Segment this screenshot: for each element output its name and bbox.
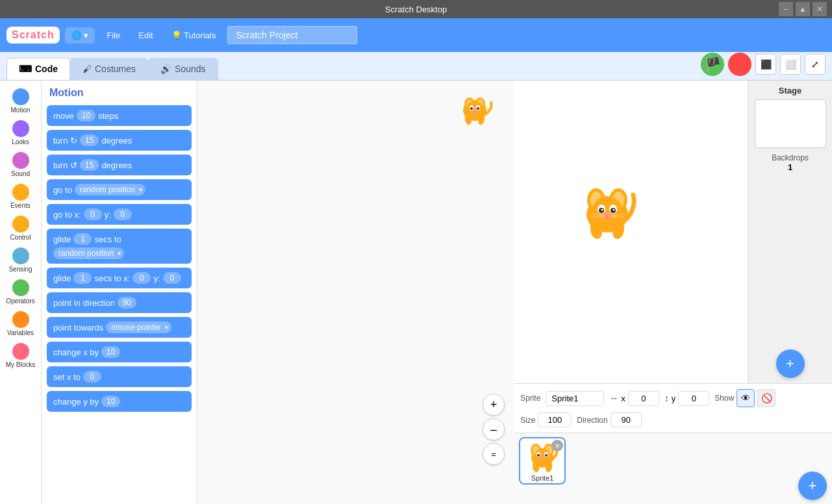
block-turn-cw[interactable]: turn ↻ 15 degrees xyxy=(47,130,192,151)
topnav: Scratch 🌐 ▾ File Edit 💡 Tutorials xyxy=(0,18,832,52)
operators-label: Operators xyxy=(6,297,34,305)
block-goto[interactable]: go to random position xyxy=(47,179,192,200)
category-looks[interactable]: Looks xyxy=(2,118,40,148)
myblocks-dot xyxy=(12,343,29,360)
small-stage-button[interactable]: ⬛ xyxy=(755,54,776,75)
svg-point-41 xyxy=(545,454,548,457)
sensing-dot xyxy=(12,247,29,264)
block-goto-xy[interactable]: go to x: 0 y: 0 xyxy=(47,204,192,225)
titlebar-controls: – ▲ ✕ xyxy=(779,2,827,16)
edit-menu-button[interactable]: Edit xyxy=(132,27,159,44)
blocks-panel-title: Motion xyxy=(47,87,192,99)
events-dot xyxy=(12,184,29,201)
category-myblocks[interactable]: My Blocks xyxy=(2,340,40,371)
green-flag-button[interactable]: 🏴 xyxy=(701,53,724,76)
zoom-in-button[interactable]: + xyxy=(483,394,505,416)
category-sensing[interactable]: Sensing xyxy=(2,245,40,275)
block-glide-to[interactable]: glide 1 secs to random position xyxy=(47,229,192,264)
show-group: Show 👁 🚫 xyxy=(714,389,775,407)
variables-label: Variables xyxy=(7,329,34,336)
tab-costumes[interactable]: 🖌 Costumes xyxy=(70,58,148,80)
stage-controls: 🏴 ⬛ ⬜ ⤢ xyxy=(701,53,826,76)
show-label: Show xyxy=(714,394,734,403)
svg-point-8 xyxy=(470,107,473,110)
block-change-x[interactable]: change x by 10 xyxy=(47,342,192,362)
size-input[interactable] xyxy=(538,412,572,427)
svg-point-23 xyxy=(601,208,603,210)
category-events[interactable]: Events xyxy=(2,181,40,212)
close-button[interactable]: ✕ xyxy=(813,2,827,16)
block-move[interactable]: move 10 steps xyxy=(47,105,192,126)
block-point-towards[interactable]: point towards mouse-pointer xyxy=(47,317,192,338)
tutorials-button[interactable]: 💡 Tutorials xyxy=(165,27,223,44)
stage-cat-sprite xyxy=(572,175,643,240)
sprite-name-input[interactable] xyxy=(546,391,604,406)
zoom-fit-button[interactable]: = xyxy=(483,443,505,465)
maximize-button[interactable]: ▲ xyxy=(796,2,810,16)
y-arrow-icon: ↕ xyxy=(664,393,669,403)
looks-label: Looks xyxy=(12,138,29,145)
stage-panel-title: Stage xyxy=(779,86,801,95)
block-set-x[interactable]: set x to 0 xyxy=(47,366,192,387)
direction-group: Direction xyxy=(577,412,641,427)
project-name-input[interactable] xyxy=(227,26,357,44)
tab-sounds[interactable]: 🔊 Sounds xyxy=(148,58,218,80)
category-motion[interactable]: Motion xyxy=(2,86,40,116)
tab-code[interactable]: ⌨ Code xyxy=(6,58,70,80)
sprite-delete-button[interactable]: ✕ xyxy=(551,440,563,451)
sprite-card-sprite1[interactable]: ✕ Sprite1 xyxy=(519,437,566,485)
add-sprite-button[interactable]: + xyxy=(798,472,827,500)
operators-dot xyxy=(12,279,29,296)
variables-dot xyxy=(12,311,29,328)
block-point-direction[interactable]: point in direction 90 xyxy=(47,292,192,313)
blocks-panel: Motion move 10 steps turn ↻ 15 degrees t… xyxy=(42,81,197,504)
category-operators[interactable]: Operators xyxy=(2,277,40,307)
category-variables[interactable]: Variables xyxy=(2,309,40,339)
y-input[interactable] xyxy=(678,391,709,406)
code-icon: ⌨ xyxy=(19,64,32,74)
titlebar: Scratch Desktop – ▲ ✕ xyxy=(0,0,832,18)
minimize-button[interactable]: – xyxy=(779,2,793,16)
looks-dot xyxy=(12,120,29,137)
script-area[interactable]: + – = xyxy=(197,81,514,504)
svg-point-42 xyxy=(540,457,544,460)
show-visible-button[interactable]: 👁 xyxy=(737,389,755,407)
block-turn-ccw[interactable]: turn ↺ 15 degrees xyxy=(47,155,192,175)
main-area: Motion Looks Sound Events Control Sensin… xyxy=(0,81,832,504)
language-button[interactable]: 🌐 ▾ xyxy=(65,27,95,44)
x-arrow-icon: ↔ xyxy=(609,393,618,403)
stage-canvas xyxy=(514,81,748,383)
sprite-card-name: Sprite1 xyxy=(520,474,564,482)
sprite-label: Sprite xyxy=(520,394,540,403)
category-control[interactable]: Control xyxy=(2,213,40,244)
show-hidden-button[interactable]: 🚫 xyxy=(757,389,775,407)
add-backdrop-button[interactable]: + xyxy=(776,349,805,378)
svg-point-24 xyxy=(613,208,615,210)
block-change-y[interactable]: change y by 10 xyxy=(47,391,192,412)
scratch-logo: Scratch xyxy=(6,27,60,44)
zoom-out-button[interactable]: – xyxy=(483,418,505,440)
category-sidebar: Motion Looks Sound Events Control Sensin… xyxy=(0,81,42,504)
file-menu-button[interactable]: File xyxy=(100,27,127,44)
svg-point-40 xyxy=(537,454,540,457)
block-glide-xy[interactable]: glide 1 secs to x: 0 y: 0 xyxy=(47,268,192,288)
titlebar-title: Scratch Desktop xyxy=(385,5,447,14)
tabbar: ⌨ Code 🖌 Costumes 🔊 Sounds 🏴 ⬛ ⬜ ⤢ xyxy=(0,52,832,81)
sound-dot xyxy=(12,152,29,169)
x-input[interactable] xyxy=(628,391,659,406)
control-label: Control xyxy=(10,234,31,241)
sound-label: Sound xyxy=(11,170,30,177)
large-stage-button[interactable]: ⬜ xyxy=(780,54,801,75)
y-coord-group: ↕ y xyxy=(664,391,710,406)
cat-sprite-small-svg xyxy=(455,90,494,125)
size-group: Size xyxy=(520,412,572,427)
sensing-label: Sensing xyxy=(8,266,32,273)
zoom-controls: + – = xyxy=(483,394,505,465)
direction-label: Direction xyxy=(577,416,607,425)
x-coord-group: ↔ x xyxy=(609,391,659,406)
stop-button[interactable] xyxy=(728,53,751,76)
category-sound[interactable]: Sound xyxy=(2,149,40,180)
fullscreen-button[interactable]: ⤢ xyxy=(805,54,826,75)
direction-input[interactable] xyxy=(611,412,642,427)
right-section: Stage Backdrops 1 + Sprite ↔ x ↕ y Sho xyxy=(514,81,832,504)
